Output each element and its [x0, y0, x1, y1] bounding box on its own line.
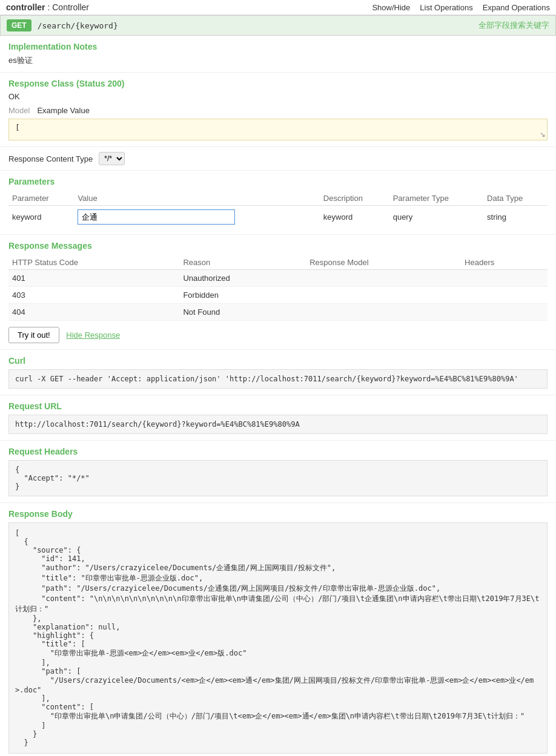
status-code-404: 404 — [8, 304, 179, 321]
resp-row-401: 401 Unauthorized — [8, 270, 548, 287]
col-response-model: Response Model — [306, 255, 461, 270]
param-value-input[interactable] — [78, 209, 235, 225]
show-hide-button[interactable]: Show/Hide — [372, 3, 410, 12]
param-data-type: string — [483, 206, 548, 229]
resp-row-403: 403 Forbidden — [8, 287, 548, 304]
response-content-type-row: Response Content Type */* — [0, 147, 556, 171]
param-name: keyword — [8, 206, 74, 229]
controller-bold: controller — [6, 2, 45, 12]
response-messages-section: Response Messages HTTP Status Code Reaso… — [0, 235, 556, 350]
resize-handle[interactable]: ↘ — [540, 129, 546, 139]
response-class-section: Response Class (Status 200) OK Model Exa… — [0, 73, 556, 147]
endpoint-row: GET /search/{keyword} 全部字段搜索关键字 — [0, 15, 556, 36]
col-data-type: Data Type — [483, 191, 548, 206]
col-description: Description — [320, 191, 389, 206]
content-type-label: Response Content Type — [8, 154, 93, 163]
expand-operations-button[interactable]: Expand Operations — [483, 3, 550, 12]
request-url-content: http://localhost:7011/search/{keyword}?k… — [8, 415, 548, 434]
model-404 — [306, 304, 461, 321]
response-body-content: [ { "source": { "id": 141, "author": "/U… — [8, 522, 548, 754]
reason-403: Forbidden — [179, 287, 306, 304]
endpoint-description: 全部字段搜索关键字 — [478, 20, 549, 31]
response-class-status: OK — [8, 92, 548, 101]
status-code-401: 401 — [8, 270, 179, 287]
col-parameter: Parameter — [8, 191, 74, 206]
implementation-notes-section: Implementation Notes es验证 — [0, 36, 556, 73]
list-operations-button[interactable]: List Operations — [420, 3, 472, 12]
reason-401: Unauthorized — [179, 270, 306, 287]
col-headers: Headers — [461, 255, 548, 270]
model-tab[interactable]: Model — [8, 106, 30, 115]
param-description: keyword — [320, 206, 389, 229]
request-headers-section: Request Headers { "Accept": "*/*" } — [0, 441, 556, 503]
header-separator: : — [45, 2, 53, 12]
response-messages-title: Response Messages — [8, 241, 548, 251]
reason-404: Not Found — [179, 304, 306, 321]
model-403 — [306, 287, 461, 304]
parameters-section: Parameters Parameter Value Description P… — [0, 171, 556, 235]
try-it-out-button[interactable]: Try it out! — [8, 327, 59, 343]
headers-404 — [461, 304, 548, 321]
endpoint-path: /search/{keyword} — [38, 21, 118, 30]
param-type: query — [389, 206, 483, 229]
parameters-title: Parameters — [8, 177, 548, 186]
headers-401 — [461, 270, 548, 287]
resp-row-404: 404 Not Found — [8, 304, 548, 321]
parameters-table: Parameter Value Description Parameter Ty… — [8, 191, 548, 228]
content-type-select[interactable]: */* — [99, 152, 125, 165]
response-class-title: Response Class (Status 200) — [8, 79, 548, 88]
example-content: [ — [15, 123, 20, 132]
col-status-code: HTTP Status Code — [8, 255, 179, 270]
status-code-403: 403 — [8, 287, 179, 304]
response-body-title: Response Body — [8, 509, 548, 519]
parameters-header-row: Parameter Value Description Parameter Ty… — [8, 191, 548, 206]
example-value-tab[interactable]: Example Value — [37, 106, 89, 115]
model-tabs: Model Example Value — [8, 106, 548, 115]
resp-header-row: HTTP Status Code Reason Response Model H… — [8, 255, 548, 270]
param-value-cell — [74, 206, 319, 229]
curl-title: Curl — [8, 356, 548, 366]
header-text: Controller — [52, 2, 89, 12]
request-headers-title: Request Headers — [8, 447, 548, 456]
col-reason: Reason — [179, 255, 306, 270]
curl-content: curl -X GET --header 'Accept: applicatio… — [8, 369, 548, 389]
request-url-section: Request URL http://localhost:7011/search… — [0, 395, 556, 441]
implementation-notes-text: es验证 — [8, 55, 548, 66]
col-value: Value — [74, 191, 319, 206]
curl-section: Curl curl -X GET --header 'Accept: appli… — [0, 350, 556, 395]
model-401 — [306, 270, 461, 287]
action-row: Try it out! Hide Response — [8, 327, 548, 343]
request-url-title: Request URL — [8, 401, 548, 411]
header-title: controller : Controller — [6, 2, 89, 12]
parameter-row: keyword keyword query string — [8, 206, 548, 229]
top-header: controller : Controller Show/Hide List O… — [0, 0, 556, 15]
example-value-box: [ ↘ — [8, 119, 548, 140]
hide-response-link[interactable]: Hide Response — [66, 330, 120, 340]
col-parameter-type: Parameter Type — [389, 191, 483, 206]
implementation-notes-title: Implementation Notes — [8, 42, 548, 51]
headers-403 — [461, 287, 548, 304]
request-headers-content: { "Accept": "*/*" } — [8, 460, 548, 496]
method-badge: GET — [7, 19, 31, 31]
response-messages-table: HTTP Status Code Reason Response Model H… — [8, 255, 548, 321]
response-body-section: Response Body [ { "source": { "id": 141,… — [0, 503, 556, 756]
header-actions: Show/Hide List Operations Expand Operati… — [372, 3, 550, 12]
